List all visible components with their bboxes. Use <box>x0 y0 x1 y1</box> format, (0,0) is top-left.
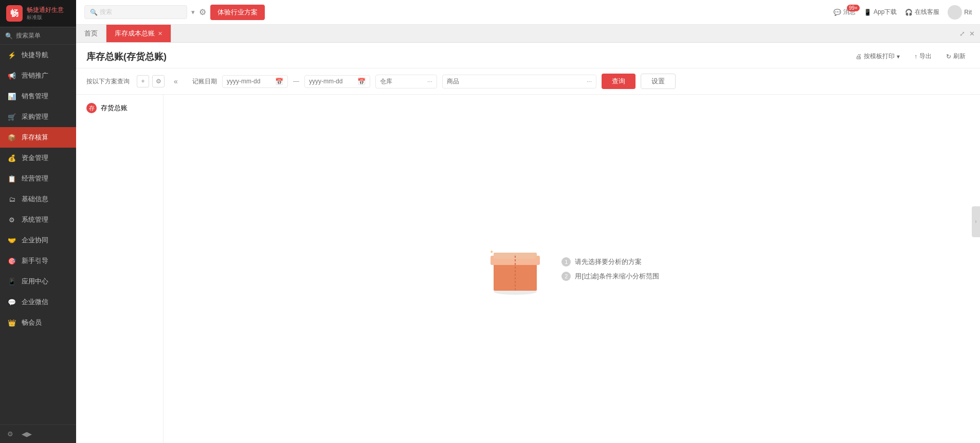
right-panel-toggle[interactable]: › <box>972 206 980 237</box>
sidebar-item-label: 资金管理 <box>22 153 48 163</box>
filter-settings-button[interactable]: ⚙ <box>152 75 165 87</box>
warehouse-more-icon[interactable]: ··· <box>427 78 432 85</box>
refresh-button[interactable]: ↻ 刷新 <box>942 50 970 63</box>
date-end-input[interactable] <box>309 78 355 85</box>
sidebar-item-label: 新手引导 <box>22 256 48 265</box>
sidebar-item-label: 经营管理 <box>22 174 48 183</box>
user-area[interactable]: Rit <box>948 5 972 20</box>
tab-close-all-icon[interactable]: ✕ <box>969 30 975 38</box>
sidebar-search-area[interactable]: 🔍 搜索菜单 <box>0 27 76 45</box>
calendar-icon-start[interactable]: 📅 <box>275 78 283 85</box>
export-button[interactable]: ↑ 导出 <box>910 50 936 63</box>
topbar-search-area[interactable]: 🔍 搜索 <box>84 5 187 19</box>
date-start-input[interactable] <box>227 78 273 85</box>
collapse-icon[interactable]: ◀▶ <box>22 430 32 438</box>
main-body: 存 存货总账 <box>76 95 980 443</box>
date-end-group[interactable]: 📅 <box>304 75 370 88</box>
headset-icon: 🎧 <box>905 9 913 16</box>
industry-button[interactable]: 体验行业方案 <box>210 5 265 20</box>
sidebar-search-button[interactable]: 🔍 搜索菜单 <box>5 31 71 40</box>
date-field-label: 记账日期 <box>192 77 217 86</box>
tip-num-2: 2 <box>561 272 571 281</box>
sidebar-item-marketing[interactable]: 📢 营销推广 <box>0 65 76 86</box>
page-title: 库存总账(存货总账) <box>86 50 167 63</box>
sidebar-item-quicknav[interactable]: ⚡ 快捷导航 <box>0 45 76 65</box>
query-button[interactable]: 查询 <box>602 74 636 89</box>
sidebar-item-inventory[interactable]: 📦 库存核算 <box>0 127 76 148</box>
empty-box-svg: ✦ ✦ <box>484 243 546 295</box>
print-icon: 🖨 <box>856 53 862 60</box>
empty-state: ✦ ✦ 1 请先选择要分析的方案 2 用[过滤]条件来缩小分析范围 <box>164 95 980 443</box>
product-select[interactable]: 商品 ··· <box>442 75 596 88</box>
scheme-item-inventory-ledger[interactable]: 存 存货总账 <box>76 99 163 117</box>
appcenter-icon: 📱 <box>7 277 16 286</box>
filter-action-buttons: + ⚙ <box>137 75 165 87</box>
sidebar-item-basic[interactable]: 🗂 基础信息 <box>0 189 76 209</box>
filter-add-button[interactable]: + <box>137 75 149 87</box>
sidebar-item-guide[interactable]: 🎯 新手引导 <box>0 251 76 271</box>
sidebar-item-sales[interactable]: 📊 销售管理 <box>0 86 76 107</box>
svg-text:✦: ✦ <box>489 249 494 255</box>
calendar-icon-end[interactable]: 📅 <box>357 78 366 85</box>
search-label: 搜索菜单 <box>16 31 41 40</box>
version-label: 标准版 <box>27 14 64 21</box>
basic-icon: 🗂 <box>7 194 16 204</box>
logo-text: 畅捷通好生意 标准版 <box>27 6 64 22</box>
tab-home[interactable]: 首页 <box>76 25 106 42</box>
tab-expand-icon[interactable]: ⤢ <box>959 30 965 38</box>
member-icon: 👑 <box>7 318 16 327</box>
right-toggle-icon: › <box>975 219 976 224</box>
print-dropdown-icon[interactable]: ▾ <box>897 53 900 60</box>
logo-icon: 畅 <box>6 5 23 22</box>
sidebar-item-label: 快捷导航 <box>22 50 48 60</box>
sidebar-item-member[interactable]: 👑 畅会员 <box>0 312 76 333</box>
topbar-settings-icon[interactable]: ⚙ <box>199 7 206 17</box>
sidebar-item-label: 采购管理 <box>22 112 48 121</box>
sidebar-item-label: 企业协同 <box>22 236 48 245</box>
operations-icon: 📋 <box>7 174 16 183</box>
sidebar-item-operations[interactable]: 📋 经营管理 <box>0 168 76 189</box>
sidebar-item-appcenter[interactable]: 📱 应用中心 <box>0 271 76 292</box>
online-service-button[interactable]: 🎧 在线客服 <box>905 8 939 16</box>
product-label: 商品 <box>447 77 459 86</box>
sidebar-item-wechat[interactable]: 💬 企业微信 <box>0 292 76 312</box>
wechat-icon: 💬 <box>7 297 16 307</box>
topbar-left: 🔍 搜索 ▾ ⚙ 体验行业方案 <box>84 5 828 20</box>
guide-icon: 🎯 <box>7 256 16 265</box>
product-more-icon[interactable]: ··· <box>587 78 592 85</box>
date-start-group[interactable]: 📅 <box>222 75 288 88</box>
sidebar-item-label: 企业微信 <box>22 297 48 307</box>
sidebar-item-purchase[interactable]: 🛒 采购管理 <box>0 107 76 127</box>
sidebar-bottom: ⚙ ◀▶ <box>0 424 76 443</box>
sidebar-item-cooperation[interactable]: 🤝 企业协同 <box>0 230 76 251</box>
tab-home-label: 首页 <box>84 29 98 38</box>
warehouse-select[interactable]: 仓库 ··· <box>375 75 437 88</box>
cooperation-icon: 🤝 <box>7 236 16 245</box>
main-content: 🔍 搜索 ▾ ⚙ 体验行业方案 💬 消息 99+ 📱 App下载 🎧 在线客服 <box>76 0 980 443</box>
sidebar-item-system[interactable]: ⚙ 系统管理 <box>0 209 76 230</box>
settings-icon[interactable]: ⚙ <box>7 430 13 438</box>
purchase-icon: 🛒 <box>7 112 16 121</box>
print-button[interactable]: 🖨 按模板打印 ▾ <box>851 50 904 63</box>
app-download-button[interactable]: 📱 App下载 <box>864 8 897 16</box>
sidebar-item-finance[interactable]: 💰 资金管理 <box>0 148 76 168</box>
sidebar-item-label: 应用中心 <box>22 277 48 286</box>
inventory-icon: 📦 <box>7 133 16 142</box>
date-separator: — <box>293 78 299 85</box>
filter-row: 按以下方案查询 + ⚙ « 记账日期 📅 — 📅 <box>86 74 970 89</box>
settings-button[interactable]: 设置 <box>641 74 676 89</box>
tab-inventory-cost[interactable]: 库存成本总账 ✕ <box>106 25 171 42</box>
app-download-label: App下载 <box>874 8 897 16</box>
export-label: 导出 <box>919 52 932 61</box>
messages-badge: 99+ <box>847 5 860 11</box>
messages-button[interactable]: 💬 消息 99+ <box>833 8 856 16</box>
search-icon: 🔍 <box>5 32 13 40</box>
sidebar-item-label: 库存核算 <box>22 133 48 142</box>
topbar-dropdown-icon[interactable]: ▾ <box>191 8 195 16</box>
tip-num-1: 1 <box>561 257 571 267</box>
filter-collapse-button[interactable]: « <box>170 75 182 87</box>
refresh-icon: ↻ <box>946 53 951 60</box>
sidebar-item-label: 系统管理 <box>22 215 48 224</box>
tab-close-icon[interactable]: ✕ <box>158 30 162 37</box>
sidebar-item-label: 畅会员 <box>22 318 42 327</box>
